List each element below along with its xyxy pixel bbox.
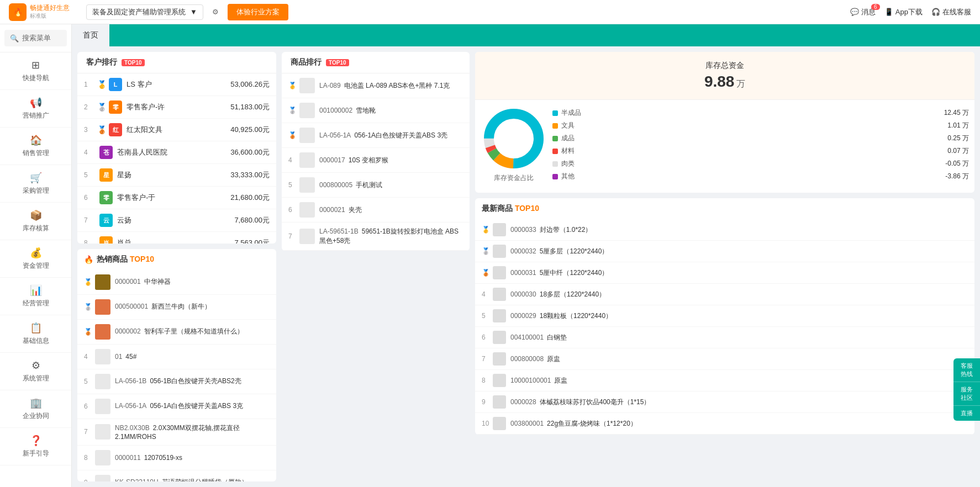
- sidebar-item-marketing[interactable]: 📢 营销推广: [0, 90, 71, 128]
- message-badge: 6: [871, 4, 880, 10]
- sidebar-item-guide[interactable]: ❓ 新手引导: [0, 428, 71, 465]
- inventory-total-section: 库存总资金 9.88 万: [475, 52, 974, 100]
- customer-ranking-title: 客户排行: [86, 57, 117, 67]
- app-download-button[interactable]: 📱 App下载: [884, 7, 923, 17]
- sidebar-item-sales[interactable]: 🏠 销售管理: [0, 128, 71, 165]
- medal-icon: 🥉: [97, 125, 107, 134]
- online-service-button[interactable]: 🎧 在线客服: [931, 7, 971, 17]
- hot-products-label: 热销商品 TOP10: [97, 255, 154, 264]
- np-image: [493, 288, 506, 301]
- customer-ranking-card: 客户排行 TOP10 1 🥇 L LS 客户 53,006.26元 2: [77, 52, 276, 244]
- customer-service-button[interactable]: 客服热线: [953, 358, 980, 382]
- gear-button[interactable]: ⚙: [208, 4, 223, 20]
- legend-item: 其他 -3.86 万: [552, 172, 969, 181]
- phone-icon: 📱: [884, 8, 893, 16]
- list-item: 10 003800001 22g鱼豆腐-烧烤味（1*12*20）: [475, 413, 974, 435]
- np-image: [493, 352, 506, 366]
- operation-label: 经营管理: [23, 299, 49, 308]
- np-image: [493, 417, 506, 430]
- list-item: 🥉 0000031 5厘中纤（1220*2440）: [475, 262, 974, 284]
- top-bar: 🔥 畅捷通好生意 标准版 装备及固定资产辅助管理系统 ▼ ⚙ 体验行业方案 💬 …: [0, 0, 980, 24]
- legend-color: [552, 110, 558, 116]
- table-row: 6 零 零售客户-于 21,680.00元: [77, 187, 276, 209]
- live-button[interactable]: 直播: [953, 406, 980, 421]
- list-item: 7 000800008 原盅: [475, 348, 974, 370]
- product-image: [95, 450, 110, 465]
- avatar: 红: [109, 123, 122, 136]
- list-item: 7 NB2.0X30B2.0X30MM双摆花轴,摆花直径2.1MM/ROHS: [77, 419, 276, 446]
- list-item: 9 0000028 体槭荔枝味苏打饮品400毫升（1*15）: [475, 391, 974, 413]
- avatar: 零: [99, 191, 113, 204]
- top-right-actions: 💬 消息 6 📱 App下载 🎧 在线客服: [850, 7, 971, 17]
- legend-color: [552, 161, 558, 167]
- purchase-icon: 🛒: [30, 172, 42, 184]
- product-image: [95, 424, 110, 440]
- sidebar-item-operation[interactable]: 📊 经营管理: [0, 278, 71, 315]
- table-row: 7 云 云扬 7,680.00元: [77, 209, 276, 232]
- guide-label: 新手引导: [23, 449, 49, 458]
- donut-section: 库存资金占比 半成品 12.45 万 文具 1.01 万: [475, 100, 974, 193]
- content-area: 首页 客户排行 TOP10 1 🥇 L LS 客户: [72, 24, 980, 487]
- product-ranking-card: 商品排行 TOP10 🥇 LA-089电池盖 LA-089 ABS本色+黑种 7…: [282, 52, 470, 251]
- table-row: 4 苍 苍南县人民医院 36,600.00元: [77, 141, 276, 164]
- message-button[interactable]: 💬 消息 6: [850, 7, 876, 17]
- sales-icon: 🏠: [30, 134, 42, 146]
- message-icon: 💬: [850, 8, 859, 16]
- system-icon: ⚙: [31, 359, 40, 372]
- list-item: 🥈 0000032 5厘多层（1220*2440）: [475, 241, 974, 262]
- list-item: 6 LA-056-1A056-1A白色按键开关盖ABS 3克: [77, 394, 276, 419]
- enterprise-label: 企业协同: [23, 411, 49, 421]
- list-item: 🥈 000500001新西兰牛肉（新牛）: [77, 295, 276, 320]
- guide-icon: ❓: [30, 435, 42, 447]
- product-image: [95, 324, 110, 340]
- sidebar-item-inventory[interactable]: 📦 库存核算: [0, 203, 71, 240]
- hot-products-title: 🔥 热销商品 TOP10: [77, 249, 276, 270]
- legend-color: [552, 174, 558, 179]
- sidebar-item-system[interactable]: ⚙ 系统管理: [0, 353, 71, 390]
- product-image: [95, 374, 110, 389]
- legend-item: 材料 0.07 万: [552, 146, 969, 156]
- product-image: [299, 152, 315, 168]
- sidebar-item-finance[interactable]: 💰 资金管理: [0, 240, 71, 278]
- sidebar-item-base[interactable]: 📋 基础信息: [0, 315, 71, 353]
- table-row: 6 0000021夹壳: [282, 198, 470, 223]
- sidebar-item-enterprise[interactable]: 🏢 企业协同: [0, 390, 71, 428]
- donut-chart: [481, 105, 547, 172]
- table-row: 4 000001710S 变相罗猴: [282, 148, 470, 173]
- list-item: 🥇 0000033 封边带（1.0*22）: [475, 219, 974, 241]
- table-row: 3 🥉 红 红太阳文具 40,925.00元: [77, 119, 276, 141]
- quick-nav-label: 快捷导航: [23, 73, 49, 83]
- system-label: 系统管理: [23, 374, 49, 383]
- service-community-button[interactable]: 服务社区: [953, 382, 980, 406]
- inventory-value: 9.88: [704, 73, 735, 90]
- np-image: [493, 245, 506, 258]
- inventory-icon: 📦: [30, 209, 42, 221]
- medal-icon: 🥇: [97, 80, 107, 89]
- legend-item: 肉类 -0.05 万: [552, 159, 969, 168]
- customer-ranking-badge: TOP10: [122, 59, 145, 66]
- inventory-total-label: 库存总资金: [484, 61, 966, 71]
- product-image: [299, 128, 315, 143]
- inventory-label: 库存核算: [23, 224, 49, 233]
- nav-tabs: 首页: [72, 24, 980, 46]
- product-image: [299, 103, 315, 118]
- logo-icon: 🔥: [9, 3, 27, 21]
- list-item: 5 0000029 18颗粒板（1220*2440）: [475, 305, 974, 327]
- new-products-list: 🥇 0000033 封边带（1.0*22） 🥈 0000032 5厘多层（122…: [475, 219, 974, 435]
- logo-badge: 标准版: [30, 12, 70, 20]
- trial-button[interactable]: 体验行业方案: [228, 4, 288, 20]
- medal-icon: 🥈: [97, 103, 107, 112]
- middle-panel: 商品排行 TOP10 🥇 LA-089电池盖 LA-089 ABS本色+黑种 7…: [282, 46, 470, 487]
- table-row: 7 LA-59651-1B59651-1B旋转投影灯电池盒 ABS黑色+58壳: [282, 223, 470, 251]
- tab-home[interactable]: 首页: [72, 24, 109, 46]
- list-item: 8 000001112070519-xs: [77, 446, 276, 470]
- sidebar-item-quick-nav[interactable]: ⊞ 快捷导航: [0, 52, 71, 90]
- list-item: 🥉 0000002智利车子里（规格不知道填什么）: [77, 320, 276, 345]
- avatar: 苍: [99, 146, 113, 159]
- system-selector[interactable]: 装备及固定资产辅助管理系统 ▼: [86, 4, 203, 20]
- sidebar-item-purchase[interactable]: 🛒 采购管理: [0, 165, 71, 203]
- search-menu-button[interactable]: 🔍 搜索菜单: [4, 30, 67, 46]
- dropdown-icon: ▼: [190, 8, 197, 16]
- logo-area: 🔥 畅捷通好生意 标准版: [9, 3, 81, 21]
- marketing-icon: 📢: [30, 97, 42, 109]
